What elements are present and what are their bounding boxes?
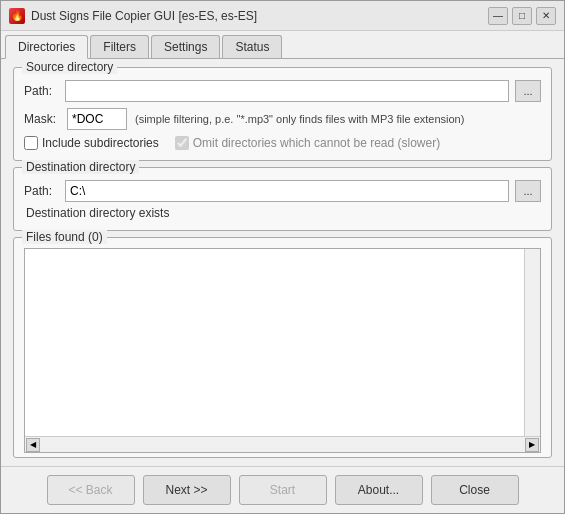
start-button[interactable]: Start xyxy=(239,475,327,505)
dest-status-text: Destination directory exists xyxy=(26,206,541,220)
source-directory-label: Source directory xyxy=(22,60,117,74)
source-path-label: Path: xyxy=(24,84,59,98)
minimize-button[interactable]: — xyxy=(488,7,508,25)
dest-browse-button[interactable]: ... xyxy=(515,180,541,202)
include-subdirs-item: Include subdirectories xyxy=(24,136,159,150)
tab-settings[interactable]: Settings xyxy=(151,35,220,58)
include-subdirs-checkbox[interactable] xyxy=(24,136,38,150)
mask-row: Mask: (simple filtering, p.e. "*.mp3" on… xyxy=(24,108,541,130)
close-window-button[interactable]: ✕ xyxy=(536,7,556,25)
close-button[interactable]: Close xyxy=(431,475,519,505)
back-button[interactable]: << Back xyxy=(47,475,135,505)
footer: << Back Next >> Start About... Close xyxy=(1,466,564,513)
source-path-row: Path: ... xyxy=(24,80,541,102)
source-browse-button[interactable]: ... xyxy=(515,80,541,102)
tab-filters[interactable]: Filters xyxy=(90,35,149,58)
main-window: 🔥 Dust Signs File Copier GUI [es-ES, es-… xyxy=(0,0,565,514)
title-bar-left: 🔥 Dust Signs File Copier GUI [es-ES, es-… xyxy=(9,8,257,24)
about-button[interactable]: About... xyxy=(335,475,423,505)
mask-input[interactable] xyxy=(67,108,127,130)
subdirectories-row: Include subdirectories Omit directories … xyxy=(24,136,541,150)
dest-path-label: Path: xyxy=(24,184,59,198)
omit-dirs-checkbox[interactable] xyxy=(175,136,189,150)
tab-status[interactable]: Status xyxy=(222,35,282,58)
scroll-left-arrow[interactable]: ◀ xyxy=(26,438,40,452)
source-directory-group: Source directory Path: ... Mask: (simple… xyxy=(13,67,552,161)
include-subdirs-label: Include subdirectories xyxy=(42,136,159,150)
tab-directories[interactable]: Directories xyxy=(5,35,88,59)
dest-path-input[interactable] xyxy=(65,180,509,202)
content-area: Source directory Path: ... Mask: (simple… xyxy=(1,59,564,466)
files-found-label: Files found (0) xyxy=(22,230,107,244)
scroll-right-arrow[interactable]: ▶ xyxy=(525,438,539,452)
omit-dirs-item: Omit directories which cannot be read (s… xyxy=(175,136,440,150)
app-icon: 🔥 xyxy=(9,8,25,24)
destination-directory-label: Destination directory xyxy=(22,160,139,174)
next-button[interactable]: Next >> xyxy=(143,475,231,505)
omit-dirs-label: Omit directories which cannot be read (s… xyxy=(193,136,440,150)
dest-path-row: Path: ... xyxy=(24,180,541,202)
vertical-scrollbar[interactable] xyxy=(524,249,540,452)
source-path-input[interactable] xyxy=(65,80,509,102)
tab-bar: Directories Filters Settings Status xyxy=(1,31,564,59)
files-list-area[interactable]: ◀ ▶ xyxy=(24,248,541,453)
title-bar: 🔥 Dust Signs File Copier GUI [es-ES, es-… xyxy=(1,1,564,31)
mask-hint: (simple filtering, p.e. "*.mp3" only fin… xyxy=(135,113,464,125)
destination-directory-group: Destination directory Path: ... Destinat… xyxy=(13,167,552,231)
files-found-group: Files found (0) ◀ ▶ xyxy=(13,237,552,458)
maximize-button[interactable]: □ xyxy=(512,7,532,25)
title-bar-controls: — □ ✕ xyxy=(488,7,556,25)
horizontal-scrollbar[interactable]: ◀ ▶ xyxy=(25,436,540,452)
mask-label: Mask: xyxy=(24,112,59,126)
window-title: Dust Signs File Copier GUI [es-ES, es-ES… xyxy=(31,9,257,23)
